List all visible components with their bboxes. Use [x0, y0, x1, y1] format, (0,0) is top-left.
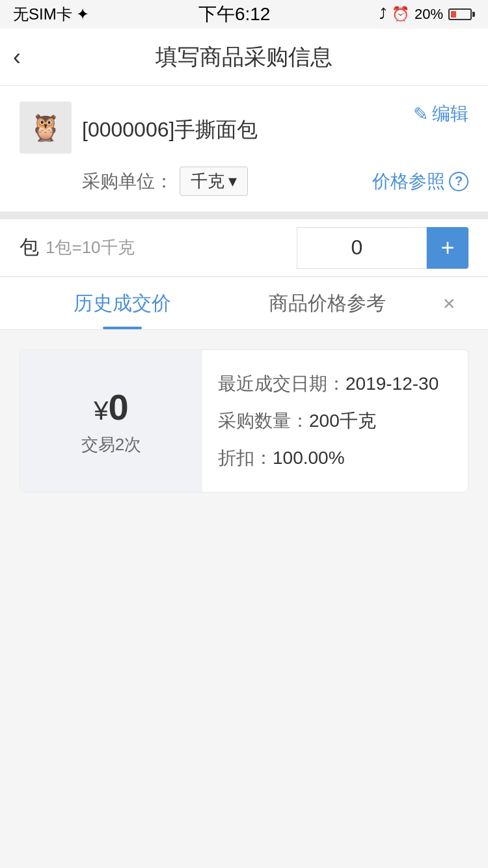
unit-hint: 1包=10千克 — [46, 236, 135, 259]
battery-icon — [448, 8, 475, 20]
unit-value: 千克 — [191, 170, 224, 193]
location-icon: ⤴ — [379, 6, 386, 23]
product-header: 🦉 [0000006]手撕面包 ✎ 编辑 — [20, 102, 468, 154]
unit-label: 采购单位： — [82, 169, 173, 194]
tab-active-indicator — [103, 327, 142, 329]
battery-percent: 20% — [414, 6, 443, 23]
quantity-value: 200千克 — [309, 411, 376, 431]
currency-symbol: ¥ — [94, 396, 108, 425]
product-thumbnail: 🦉 — [20, 102, 72, 154]
sim-text: 无SIM卡 ✦ — [13, 4, 89, 25]
quantity-control: + — [297, 227, 468, 269]
page-title: 填写商品采购信息 — [156, 42, 332, 72]
unit-tag: 包 — [20, 234, 39, 261]
card-price-summary: ¥0 交易2次 — [20, 350, 202, 492]
tab-product-ref-label: 商品价格参考 — [269, 290, 386, 317]
status-bar: 无SIM卡 ✦ 下午6:12 ⤴ ⏰ 20% — [0, 0, 488, 29]
product-left: 🦉 [0000006]手撕面包 — [20, 102, 258, 154]
content-area: ¥0 交易2次 最近成交日期：2019-12-30 采购数量：200千克 折扣：… — [0, 330, 488, 655]
product-owl-icon: 🦉 — [29, 113, 62, 143]
edit-icon: ✎ — [413, 103, 428, 125]
product-meta: 采购单位： 千克 ▾ 价格参照 ? — [20, 167, 468, 196]
tab-history-label: 历史成交价 — [74, 290, 171, 317]
price-ref-label: 价格参照 — [372, 169, 445, 194]
product-section: 🦉 [0000006]手撕面包 ✎ 编辑 采购单位： 千克 ▾ 价格参照 ? — [0, 86, 488, 211]
discount-info: 折扣：100.00% — [218, 444, 452, 473]
date-value: 2019-12-30 — [346, 373, 439, 394]
help-circle-icon: ? — [449, 172, 468, 191]
alarm-icon: ⏰ — [392, 6, 409, 23]
transaction-count: 交易2次 — [81, 433, 141, 456]
price-reference-button[interactable]: 价格参照 ? — [372, 169, 468, 194]
tab-history-price[interactable]: 历史成交价 — [20, 277, 224, 329]
price-display: ¥0 — [94, 386, 128, 428]
nav-bar: ‹ 填写商品采购信息 — [0, 29, 488, 86]
dropdown-arrow-icon: ▾ — [228, 171, 237, 191]
tab-product-price-ref[interactable]: 商品价格参考 — [224, 277, 429, 329]
quantity-input[interactable] — [297, 227, 427, 269]
last-transaction-date: 最近成交日期：2019-12-30 — [218, 370, 452, 399]
tab-close-button[interactable]: × — [429, 277, 468, 329]
back-button[interactable]: ‹ — [13, 44, 21, 71]
section-divider — [0, 211, 488, 219]
tab-bar: 历史成交价 商品价格参考 × — [0, 277, 488, 329]
edit-label: 编辑 — [432, 102, 468, 126]
date-label: 最近成交日期： — [218, 373, 346, 394]
quantity-label: 包 1包=10千克 — [20, 234, 135, 261]
discount-value: 100.00% — [273, 448, 345, 468]
status-left: 无SIM卡 ✦ — [13, 4, 89, 25]
purchase-quantity: 采购数量：200千克 — [218, 407, 452, 436]
card-details: 最近成交日期：2019-12-30 采购数量：200千克 折扣：100.00% — [202, 350, 468, 492]
quantity-row: 包 1包=10千克 + — [0, 219, 488, 277]
price-value: 0 — [109, 387, 129, 427]
discount-label: 折扣： — [218, 448, 273, 468]
status-right: ⤴ ⏰ 20% — [379, 6, 475, 23]
status-time: 下午6:12 — [198, 2, 271, 27]
quantity-label: 采购数量： — [218, 411, 309, 431]
history-card: ¥0 交易2次 最近成交日期：2019-12-30 采购数量：200千克 折扣：… — [20, 349, 468, 493]
tab-section: 历史成交价 商品价格参考 × — [0, 277, 488, 330]
edit-button[interactable]: ✎ 编辑 — [413, 102, 468, 126]
unit-row: 采购单位： 千克 ▾ — [82, 167, 248, 196]
quantity-plus-button[interactable]: + — [427, 227, 468, 269]
product-name: [0000006]手撕面包 — [82, 111, 258, 144]
unit-select-dropdown[interactable]: 千克 ▾ — [180, 167, 248, 196]
